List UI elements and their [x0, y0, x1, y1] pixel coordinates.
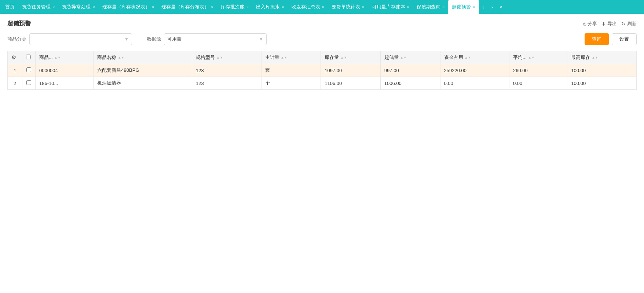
- page-header: 超储预警 ⎋ 分享 ⬇ 导出 ↻ 刷新: [7, 20, 637, 27]
- nav-item-available[interactable]: 可用量库存账本 ×: [368, 0, 413, 14]
- datasource-label: 数据源: [147, 36, 161, 42]
- page-title: 超储预警: [7, 20, 31, 27]
- top-nav: 首页 拣货任务管理 × 拣货异常处理 × 现存量（库存状况表） × 现存量（库存…: [0, 0, 644, 14]
- query-button[interactable]: 查询: [585, 33, 609, 45]
- close-icon[interactable]: ×: [362, 5, 364, 9]
- data-table: ⚙ 商品... ▲▼ 商品名称 ▲▼: [7, 51, 637, 90]
- sort-arrows-icon: ▲▼: [528, 56, 535, 59]
- row-checkbox-cell[interactable]: [22, 77, 36, 90]
- nav-next-arrow[interactable]: ›: [488, 0, 497, 14]
- nav-item-flow[interactable]: 出入库流水 ×: [252, 0, 288, 14]
- column-stock-qty[interactable]: 库存量 ▲▼: [321, 51, 381, 64]
- export-icon: ⬇: [601, 21, 606, 27]
- cell-stock-qty: 1106.00: [321, 77, 381, 90]
- nav-item-task[interactable]: 拣货任务管理 ×: [18, 0, 58, 14]
- refresh-icon: ↻: [621, 21, 626, 27]
- close-icon[interactable]: ×: [211, 5, 213, 9]
- cell-max-stock: 100.00: [567, 64, 637, 77]
- gear-icon[interactable]: ⚙: [11, 54, 16, 60]
- cell-stock-qty: 1097.00: [321, 64, 381, 77]
- filter-row: 商品分类 ▼ 数据源 可用量 ▼ 查询 设置: [7, 33, 637, 45]
- cell-unit: 个: [261, 77, 321, 90]
- cell-capital-used: 259220.00: [440, 64, 509, 77]
- close-icon[interactable]: ×: [282, 5, 284, 9]
- main-content: 超储预警 ⎋ 分享 ⬇ 导出 ↻ 刷新 商品分类 ▼ 数据源: [0, 14, 644, 293]
- column-spec[interactable]: 规格型号 ▲▼: [192, 51, 261, 64]
- nav-item-summary[interactable]: 收发存汇总表 ×: [288, 0, 328, 14]
- share-button[interactable]: ⎋ 分享: [583, 21, 597, 27]
- datasource-value: 可用量: [167, 36, 182, 42]
- share-icon: ⎋: [583, 21, 586, 27]
- chevron-down-icon: ▼: [124, 37, 129, 42]
- nav-item-stock-dist[interactable]: 现存量（库存分布表） ×: [158, 0, 217, 14]
- check-all-checkbox[interactable]: [26, 55, 31, 59]
- cell-spec: 123: [192, 77, 261, 90]
- nav-close-arrow[interactable]: ×: [497, 0, 505, 14]
- sort-arrows-icon: ▲▼: [281, 56, 288, 59]
- cell-over-qty: 1006.00: [380, 77, 440, 90]
- column-capital[interactable]: 资金占用 ▲▼: [440, 51, 509, 64]
- close-icon[interactable]: ×: [246, 5, 249, 9]
- cell-capital-used: 0.00: [440, 77, 509, 90]
- datasource-filter: 数据源 可用量 ▼: [147, 33, 267, 45]
- cell-product-name: 机油滤清器: [94, 77, 192, 90]
- nav-item-order-stat[interactable]: 要货单统计表 ×: [328, 0, 368, 14]
- row-checkbox-cell[interactable]: [22, 64, 36, 77]
- sort-arrows-icon: ▲▼: [118, 56, 124, 59]
- nav-item-home[interactable]: 首页: [1, 0, 18, 14]
- settings-button[interactable]: 设置: [612, 33, 637, 45]
- cell-product-code: 186-10...: [36, 77, 94, 90]
- category-select[interactable]: ▼: [29, 33, 132, 45]
- cell-avg: 0.00: [509, 77, 567, 90]
- column-unit[interactable]: 主计量 ▲▼: [261, 51, 321, 64]
- column-over-qty[interactable]: 超储量 ▲▼: [380, 51, 440, 64]
- cell-spec: 123: [192, 64, 261, 77]
- close-icon[interactable]: ×: [92, 5, 95, 9]
- column-product-code[interactable]: 商品... ▲▼: [36, 51, 94, 64]
- table-row: 2 186-10... 机油滤清器 123 个 1106.00 1006.00 …: [8, 77, 637, 90]
- row-checkbox[interactable]: [26, 80, 31, 85]
- nav-item-expiry[interactable]: 保质期查询 ×: [413, 0, 448, 14]
- close-icon[interactable]: ×: [152, 5, 154, 9]
- close-icon[interactable]: ×: [473, 5, 475, 9]
- nav-item-overstock[interactable]: 超储预警 ×: [448, 0, 479, 14]
- column-check-all[interactable]: [22, 51, 36, 64]
- close-icon[interactable]: ×: [442, 5, 444, 9]
- column-max-stock[interactable]: 最高库存 ▲▼: [567, 51, 637, 64]
- column-avg[interactable]: 平均... ▲▼: [509, 51, 567, 64]
- table-row: 1 0000004 六配套新昌490BPG 123 套 1097.00 997.…: [8, 64, 637, 77]
- nav-item-batch[interactable]: 库存批次账 ×: [217, 0, 252, 14]
- cell-over-qty: 997.00: [380, 64, 440, 77]
- category-filter: 商品分类 ▼: [7, 33, 132, 45]
- filter-buttons: 查询 设置: [585, 33, 637, 45]
- chevron-down-icon: ▼: [259, 37, 263, 42]
- row-index: 2: [8, 77, 22, 90]
- sort-arrows-icon: ▲▼: [400, 56, 407, 59]
- row-index: 1: [8, 64, 22, 77]
- nav-prev-arrow[interactable]: ‹: [479, 0, 488, 14]
- column-gear[interactable]: ⚙: [8, 51, 22, 64]
- header-actions: ⎋ 分享 ⬇ 导出 ↻ 刷新: [583, 21, 637, 27]
- sort-arrows-icon: ▲▼: [465, 56, 471, 59]
- sort-arrows-icon: ▲▼: [592, 56, 598, 59]
- sort-arrows-icon: ▲▼: [54, 56, 61, 59]
- datasource-select[interactable]: 可用量 ▼: [164, 33, 267, 45]
- refresh-button[interactable]: ↻ 刷新: [621, 21, 637, 27]
- close-icon[interactable]: ×: [322, 5, 324, 9]
- category-label: 商品分类: [7, 36, 26, 42]
- sort-arrows-icon: ▲▼: [216, 56, 223, 59]
- close-icon[interactable]: ×: [52, 5, 55, 9]
- row-checkbox[interactable]: [26, 67, 31, 72]
- nav-item-stock-status[interactable]: 现存量（库存状况表） ×: [99, 0, 158, 14]
- export-button[interactable]: ⬇ 导出: [601, 21, 617, 27]
- nav-item-exception[interactable]: 拣货异常处理 ×: [58, 0, 98, 14]
- cell-unit: 套: [261, 64, 321, 77]
- sort-arrows-icon: ▲▼: [340, 56, 347, 59]
- cell-max-stock: 100.00: [567, 77, 637, 90]
- cell-avg: 260.00: [509, 64, 567, 77]
- cell-product-name: 六配套新昌490BPG: [94, 64, 192, 77]
- cell-product-code: 0000004: [36, 64, 94, 77]
- column-product-name[interactable]: 商品名称 ▲▼: [94, 51, 192, 64]
- close-icon[interactable]: ×: [407, 5, 409, 9]
